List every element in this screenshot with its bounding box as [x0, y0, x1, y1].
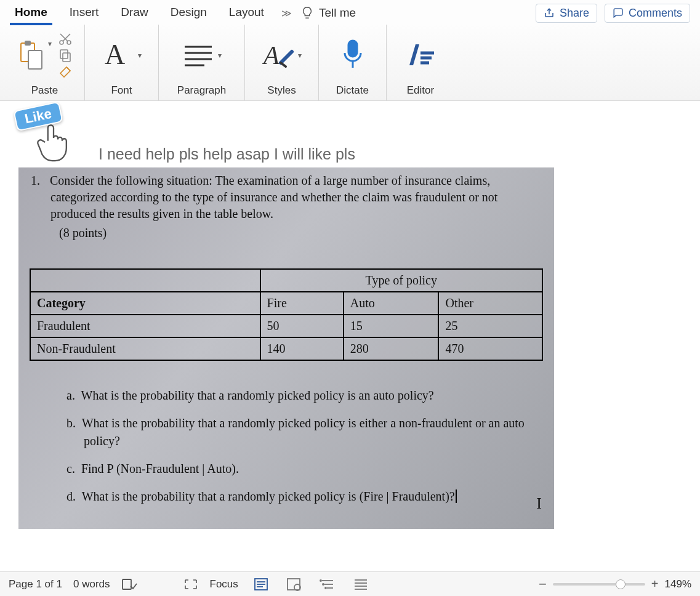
comments-label: Comments	[629, 7, 682, 20]
cell: 140	[260, 337, 344, 360]
question-points: (8 points)	[30, 226, 543, 240]
editor-pen-icon	[404, 38, 436, 70]
editor-button[interactable]	[404, 38, 436, 73]
comments-icon	[613, 7, 624, 18]
table-col-fire: Fire	[260, 292, 344, 315]
question-number: 1.	[31, 172, 47, 189]
share-button[interactable]: Share	[536, 4, 597, 23]
group-paragraph: ▾ Paragraph	[159, 25, 245, 100]
group-editor: Editor	[387, 25, 454, 100]
paragraph-lines-icon	[182, 43, 214, 68]
paste-button[interactable]: ▾	[17, 39, 52, 71]
chevron-down-icon: ▾	[218, 51, 222, 60]
view-draft-icon[interactable]	[350, 576, 371, 592]
zoom-level[interactable]: 149%	[665, 578, 691, 590]
table-col-other: Other	[438, 292, 542, 315]
tell-me-search[interactable]: Tell me	[300, 6, 356, 20]
chevron-down-icon: ▾	[298, 51, 302, 60]
svg-point-4	[67, 41, 71, 44]
microphone-icon	[340, 38, 365, 70]
format-painter-icon[interactable]	[58, 65, 73, 79]
spellcheck-icon[interactable]	[121, 578, 137, 591]
view-outline-icon[interactable]	[317, 576, 338, 592]
svg-point-25	[320, 580, 321, 581]
sub-b-text: What is the probability that a randomly …	[82, 416, 525, 448]
paragraph-dropdown[interactable]: ▾	[182, 43, 222, 68]
sub-a-label: a.	[66, 389, 75, 402]
sub-d-label: d.	[66, 489, 76, 503]
status-bar: Page 1 of 1 0 words Focus	[0, 571, 700, 596]
zoom-out-button[interactable]: −	[539, 576, 547, 592]
tab-design[interactable]: Design	[159, 2, 218, 24]
svg-text:A: A	[105, 39, 125, 70]
ribbon-toolbar: ▾	[0, 23, 700, 101]
question-line-2: categorized according to the type of ins…	[31, 189, 497, 206]
tab-draw[interactable]: Draw	[110, 2, 159, 24]
status-page[interactable]: Page 1 of 1	[9, 578, 62, 590]
tell-me-label: Tell me	[319, 6, 356, 20]
cell: 25	[438, 315, 542, 337]
tabs-overflow-icon[interactable]: ≫	[275, 4, 298, 23]
tab-layout[interactable]: Layout	[218, 2, 275, 24]
group-clipboard-label: Paste	[31, 84, 58, 97]
row-label: Non-Fraudulent	[30, 337, 260, 360]
sub-questions: a. What is the probability that a random…	[30, 387, 543, 505]
question-line-3: produced the results given in the table …	[31, 206, 273, 222]
svg-text:A: A	[262, 41, 280, 70]
group-editor-label: Editor	[407, 84, 434, 97]
svg-rect-5	[63, 53, 70, 62]
styles-dropdown[interactable]: A ▾	[262, 39, 302, 71]
font-dropdown[interactable]: A ▾	[102, 39, 142, 71]
group-styles: A ▾ Styles	[245, 25, 319, 100]
document-canvas[interactable]: Like I need help pls help asap I will li…	[0, 101, 700, 571]
share-icon	[544, 7, 555, 18]
dictate-button[interactable]	[340, 38, 365, 73]
question-heading: I need help pls help asap I will like pl…	[99, 145, 355, 163]
table-col-auto: Auto	[344, 292, 439, 315]
copy-icon[interactable]	[58, 48, 73, 63]
row-label: Fraudulent	[30, 315, 260, 337]
status-words[interactable]: 0 words	[73, 578, 110, 590]
zoom-slider[interactable]	[553, 583, 645, 586]
svg-rect-1	[25, 41, 31, 46]
svg-rect-15	[123, 579, 131, 589]
sub-d-text: What is the probability that a randomly …	[82, 489, 455, 503]
group-dictate: Dictate	[319, 25, 387, 100]
view-print-layout-icon[interactable]	[251, 576, 272, 592]
zoom-in-button[interactable]: +	[651, 577, 659, 591]
focus-mode-icon[interactable]	[184, 579, 198, 590]
table-row-header: Category	[30, 292, 260, 315]
status-focus-label[interactable]: Focus	[210, 578, 238, 590]
comments-button[interactable]: Comments	[605, 4, 690, 23]
lightbulb-icon	[300, 6, 314, 20]
table-row: Fraudulent 50 15 25	[30, 315, 542, 337]
sub-c-label: c.	[66, 462, 75, 475]
svg-rect-6	[60, 50, 68, 58]
zoom-slider-thumb[interactable]	[616, 579, 626, 589]
svg-point-26	[323, 584, 324, 585]
cut-icon[interactable]	[58, 31, 73, 46]
table-title: Type of policy	[260, 269, 542, 292]
font-icon: A	[102, 39, 134, 71]
text-caret	[456, 489, 457, 503]
question-line-1: Consider the following situation: The ex…	[50, 174, 490, 187]
ribbon-tabs: Home Insert Draw Design Layout ≫ Tell me…	[0, 0, 700, 23]
svg-rect-2	[28, 50, 42, 69]
group-dictate-label: Dictate	[336, 84, 369, 97]
paste-icon	[17, 39, 46, 71]
ibeam-cursor-icon: I	[536, 494, 542, 513]
svg-rect-13	[348, 41, 357, 57]
view-web-layout-icon[interactable]	[284, 576, 305, 592]
question-prompt: 1. Consider the following situation: The…	[30, 167, 543, 225]
policy-table: Type of policy Category Fire Auto Other …	[30, 268, 543, 361]
chevron-down-icon: ▾	[138, 51, 142, 60]
group-clipboard: ▾	[5, 25, 85, 100]
cell: 280	[344, 337, 439, 360]
tab-home[interactable]: Home	[4, 2, 58, 24]
group-font-label: Font	[111, 84, 132, 97]
group-styles-label: Styles	[267, 84, 296, 97]
tab-insert[interactable]: Insert	[58, 2, 110, 24]
svg-point-27	[325, 587, 326, 589]
sub-b-label: b.	[66, 416, 76, 430]
svg-point-3	[60, 41, 63, 44]
